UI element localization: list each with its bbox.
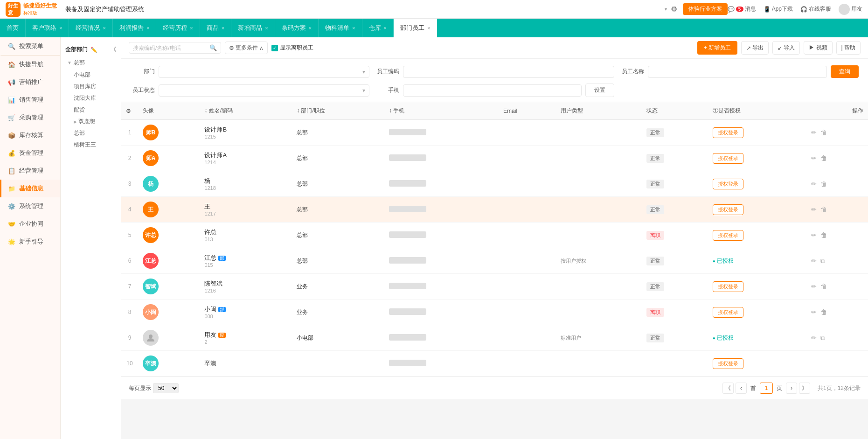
dept-child-zhishu[interactable]: 植树王三 [61, 139, 121, 151]
auth-login-button[interactable]: 授权登录 [713, 281, 743, 292]
per-page-select[interactable]: 50 100 200 [153, 383, 179, 393]
search-box[interactable]: 🔍 [129, 42, 221, 54]
sidebar-item-marketing[interactable]: 📢 营销推广 [0, 73, 60, 91]
col-settings[interactable]: ⚙ [121, 102, 138, 120]
delete-icon[interactable]: 🗑 [820, 283, 827, 290]
close-icon[interactable]: × [146, 25, 149, 31]
sidebar-item-guide[interactable]: 🌟 新手引导 [0, 233, 60, 251]
auth-login-button[interactable]: 授权登录 [713, 127, 743, 138]
message-button[interactable]: 💬 5 消息 [728, 5, 756, 13]
export-button[interactable]: ↗ 导出 [741, 41, 769, 55]
delete-icon[interactable]: 🗑 [820, 129, 827, 136]
close-icon[interactable]: × [190, 25, 193, 31]
empname-input[interactable] [648, 66, 827, 78]
sidebar-search-item[interactable]: 🔍 搜索菜单 [0, 37, 60, 56]
phone-input[interactable] [403, 84, 581, 97]
edit-icon[interactable]: ✏ [811, 257, 817, 265]
sidebar-item-system[interactable]: ⚙️ 系统管理 [0, 197, 60, 215]
tab-profit-report[interactable]: 利润报告 × [113, 19, 156, 37]
gear-button[interactable]: ⚙ [671, 5, 677, 14]
delete-icon[interactable]: 🗑 [820, 206, 827, 213]
col-name[interactable]: ↕ 姓名/编码 [200, 102, 292, 120]
search-input[interactable] [133, 45, 208, 51]
close-icon[interactable]: × [352, 25, 355, 31]
close-icon[interactable]: × [59, 25, 62, 31]
setup-button[interactable]: 设置 [585, 84, 614, 97]
experience-button[interactable]: 体验行业方案 [683, 3, 728, 15]
delete-icon[interactable]: 🗑 [820, 231, 827, 239]
tab-barcode[interactable]: 条码方案 × [275, 19, 319, 37]
edit-icon[interactable]: ✏ [811, 154, 817, 162]
tab-warehouse[interactable]: 仓库 × [362, 19, 394, 37]
edit-icon[interactable]: ✏ [811, 206, 817, 213]
dept-edit-icon[interactable]: ✏️ [90, 47, 97, 53]
view-button[interactable]: ▶ 视频 [804, 41, 832, 55]
dept-select[interactable]: ▾ [159, 66, 369, 78]
tab-goods[interactable]: 商品 × [200, 19, 231, 37]
empcode-input[interactable] [403, 66, 614, 78]
help-button[interactable]: | 帮助 [836, 41, 861, 55]
prev-page-button[interactable]: ‹ [736, 383, 747, 394]
tab-home[interactable]: 首页 [0, 19, 26, 37]
tab-business-history[interactable]: 经营历程 × [156, 19, 200, 37]
tab-bom[interactable]: 物料清单 × [319, 19, 362, 37]
copy-icon[interactable]: ⧉ [820, 257, 825, 265]
sidebar-item-finance[interactable]: 💰 资金管理 [0, 144, 60, 162]
dept-child-small-elec[interactable]: 小电部 [61, 69, 121, 81]
close-icon[interactable]: × [222, 25, 224, 31]
col-phone[interactable]: ↕ 手机 [384, 102, 499, 120]
system-dropdown-arrow[interactable]: ▾ [665, 7, 667, 12]
dept-child-distribution[interactable]: 配货 [61, 104, 121, 116]
query-button[interactable]: 查询 [831, 65, 859, 78]
user-menu[interactable]: 用友 [839, 4, 862, 15]
sidebar-item-basic-info[interactable]: 📁 基础信息 [0, 180, 60, 197]
sidebar-item-inventory[interactable]: 📦 库存核算 [0, 126, 60, 144]
current-page-input[interactable]: 1 [760, 383, 773, 394]
sidebar-item-collab[interactable]: 🤝 企业协同 [0, 215, 60, 233]
last-page-button[interactable]: 》 [799, 383, 810, 394]
edit-icon[interactable]: ✏ [811, 231, 817, 239]
edit-icon[interactable]: ✏ [811, 283, 817, 290]
delete-icon[interactable]: 🗑 [820, 308, 827, 316]
close-icon[interactable]: × [103, 25, 105, 31]
close-icon[interactable]: × [309, 25, 312, 31]
copy-icon[interactable]: ⧉ [820, 334, 825, 342]
dept-collapse-icon[interactable]: 《 [111, 46, 116, 54]
delete-icon[interactable]: 🗑 [820, 154, 827, 162]
add-employee-button[interactable]: + 新增员工 [697, 41, 737, 55]
first-page-button[interactable]: 《 [722, 383, 734, 394]
auth-login-button[interactable]: 授权登录 [713, 179, 743, 189]
col-dept[interactable]: ↕ 部门/职位 [292, 102, 384, 120]
dept-child-project[interactable]: 项目库房 [61, 81, 121, 92]
tab-add-goods[interactable]: 新增商品 × [231, 19, 275, 37]
tab-department-staff[interactable]: 部门员工 × [394, 19, 437, 37]
auth-login-button[interactable]: 授权登录 [713, 307, 743, 318]
dept-child-shenyang[interactable]: 沈阳大库 [61, 92, 121, 104]
more-filter-button[interactable]: ⚙ 更多条件 ∧ [225, 42, 268, 54]
sidebar-item-sales[interactable]: 📊 销售管理 [0, 91, 60, 109]
edit-icon[interactable]: ✏ [811, 334, 817, 341]
show-resign-toggle[interactable]: ✓ 显示离职员工 [271, 44, 313, 52]
dept-child-shuangluxiang[interactable]: ▶双鹿想 [61, 116, 121, 127]
online-service-button[interactable]: 🎧 在线客服 [800, 5, 831, 13]
auth-login-button[interactable]: 授权登录 [713, 358, 743, 369]
import-button[interactable]: ↙ 导入 [772, 41, 800, 55]
tab-customer[interactable]: 客户联络 × [26, 19, 69, 37]
dept-child-headquarter[interactable]: 总部 [61, 127, 121, 139]
close-icon[interactable]: × [427, 25, 430, 31]
tab-business-status[interactable]: 经营情况 × [69, 19, 112, 37]
next-page-button[interactable]: › [786, 383, 797, 394]
close-icon[interactable]: × [384, 25, 387, 31]
app-download-button[interactable]: 📱 App下载 [764, 5, 793, 13]
edit-icon[interactable]: ✏ [811, 180, 817, 188]
edit-icon[interactable]: ✏ [811, 129, 817, 136]
auth-login-button[interactable]: 授权登录 [713, 204, 743, 215]
status-select[interactable]: ▾ [159, 84, 369, 97]
edit-icon[interactable]: ✏ [811, 308, 817, 316]
sidebar-item-purchase[interactable]: 🛒 采购管理 [0, 109, 60, 126]
auth-login-button[interactable]: 授权登录 [713, 230, 743, 241]
auth-login-button[interactable]: 授权登录 [713, 153, 743, 164]
close-icon[interactable]: × [265, 25, 268, 31]
delete-icon[interactable]: 🗑 [820, 180, 827, 188]
sidebar-item-operations[interactable]: 📋 经营管理 [0, 162, 60, 180]
